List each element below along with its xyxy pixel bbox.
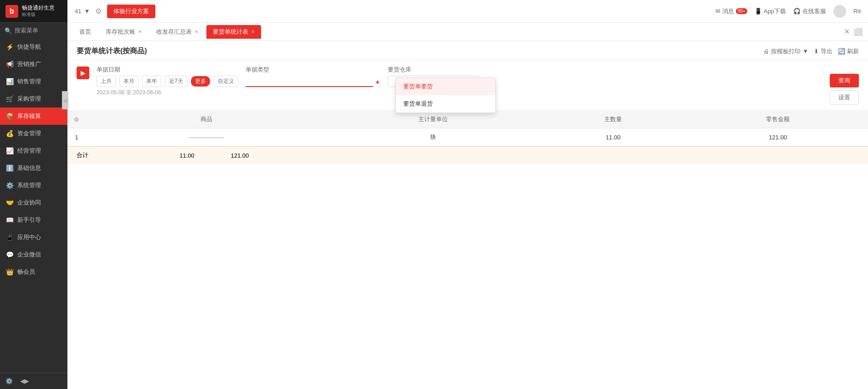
export-btn[interactable]: ⬇ 导出 (814, 47, 832, 56)
summary-amount: 121.00 (231, 152, 249, 159)
finance-icon: 💰 (5, 130, 14, 137)
tab-order-stats-close[interactable]: ✕ (251, 29, 255, 34)
tab-home-label: 首页 (79, 28, 91, 36)
user-avatar[interactable] (833, 5, 846, 18)
online-service-item[interactable]: 🎧 在线客服 (793, 7, 826, 15)
date-last-month-btn[interactable]: 上月 (97, 76, 116, 87)
app-download-label: App下载 (764, 7, 786, 15)
user-name: Rit (853, 8, 861, 15)
filter-settings-button[interactable]: 设置 (830, 90, 859, 105)
system-icon: ⚙️ (5, 182, 14, 189)
app-download-item[interactable]: 📱 App下载 (755, 7, 786, 15)
type-filter-input[interactable] (246, 76, 373, 87)
table-settings-col: ⚙ (67, 111, 86, 128)
row-product: —————— (86, 128, 328, 146)
expand-filter-btn[interactable]: ▶ (77, 67, 89, 79)
sidebar-item-guide[interactable]: 📖 新手引导 (0, 211, 67, 229)
logo-icon: b (5, 5, 18, 18)
tab-summary[interactable]: 收发存汇总表 ✕ (150, 25, 205, 39)
date-more-btn[interactable]: 更多 (191, 76, 210, 87)
table-settings-icon[interactable]: ⚙ (74, 116, 79, 123)
sidebar-item-wechat[interactable]: 💬 企业微信 (0, 246, 67, 263)
sidebar: b 畅捷通好生意 标准版 🔍 搜索菜单 ⚡ 快捷导航 📢 营销推广 📊 销售管理… (0, 0, 67, 389)
page-content: 要货单统计表(按商品) 🖨 按模板打印 ▼ ⬇ 导出 🔄 刷新 ▶ (67, 41, 868, 389)
sidebar-item-member[interactable]: 👑 畅会员 (0, 263, 67, 281)
date-7days-btn[interactable]: 近7天 (165, 76, 187, 87)
tab-inventory-batch[interactable]: 库存批次账 ✕ (99, 25, 148, 39)
tab-inventory-batch-close[interactable]: ✕ (138, 29, 142, 34)
app-version: 标准版 (22, 11, 55, 18)
sidebar-collapse-icon[interactable]: ◀▶ (20, 378, 29, 384)
dropdown-item-order[interactable]: 要货单要货 (396, 78, 495, 95)
tab-order-stats[interactable]: 要货单统计表 ✕ (206, 25, 261, 39)
sidebar-item-inventory[interactable]: 📦 库存核算 (0, 107, 67, 125)
phone-icon: 📱 (755, 8, 762, 15)
inventory-icon: 📦 (5, 113, 14, 120)
sidebar-item-marketing[interactable]: 📢 营销推广 (0, 56, 67, 73)
col-product: 商品 (86, 111, 328, 128)
date-this-month-btn[interactable]: 本月 (119, 76, 139, 87)
base-icon: ℹ️ (5, 164, 14, 172)
notification-item[interactable]: ✉ 消息 99+ (715, 7, 747, 15)
guide-icon: 📖 (5, 216, 14, 224)
notification-label: 消息 (722, 7, 734, 15)
page-title-bar: 要货单统计表(按商品) 🖨 按模板打印 ▼ ⬇ 导出 🔄 刷新 (67, 41, 868, 60)
sidebar-item-operations[interactable]: 📈 经营管理 (0, 142, 67, 159)
sidebar-item-purchase[interactable]: 🛒 采购管理 (0, 90, 67, 107)
row-amount: 121.00 (688, 128, 868, 146)
sidebar-item-finance[interactable]: 💰 资金管理 (0, 125, 67, 142)
date-filter-group: 单据日期 上月 本月 本年 近7天 更多 自定义 2023-05-06 至 20… (97, 66, 238, 97)
row-quantity: 11.00 (539, 128, 688, 146)
company-name: 畅捷通好生意 (22, 5, 55, 12)
dropdown-item-return[interactable]: 要货单退货 (396, 95, 495, 113)
data-table: ⚙ 商品 主计量单位 主数量 零售金额 1 —————— 块 (67, 111, 868, 146)
sidebar-settings-icon[interactable]: ⚙️ (5, 378, 13, 384)
type-filter-group: 单据类型 ▲ (246, 66, 380, 87)
date-this-year-btn[interactable]: 本年 (142, 76, 161, 87)
print-dropdown-icon: ▼ (802, 48, 808, 55)
online-service-label: 在线客服 (802, 7, 826, 15)
search-icon: 🔍 (5, 27, 12, 34)
store-name: 41 (75, 8, 81, 15)
sidebar-item-quicknav[interactable]: ⚡ 快捷导航 (0, 38, 67, 56)
enterprise-icon: 🤝 (5, 199, 14, 206)
maximize-icon[interactable]: ⬜ (853, 27, 863, 36)
operations-icon: 📈 (5, 147, 14, 154)
refresh-icon: 🔄 (838, 48, 845, 55)
refresh-btn[interactable]: 🔄 刷新 (838, 47, 859, 56)
sidebar-item-base[interactable]: ℹ️ 基础信息 (0, 159, 67, 177)
store-selector[interactable]: 41 ▼ (75, 8, 90, 15)
query-button[interactable]: 查询 (830, 74, 859, 87)
type-dropdown-menu: 要货单要货 要货单退货 (395, 77, 496, 113)
main-area: 41 ▼ ⚙ 体验行业方案 ✉ 消息 99+ 📱 App下载 🎧 在线客服 Ri… (67, 0, 868, 389)
tab-order-stats-label: 要货单统计表 (213, 28, 248, 36)
row-unit: 块 (328, 128, 539, 146)
type-dropdown-up-icon[interactable]: ▲ (375, 78, 380, 85)
summary-label: 合计 (77, 151, 88, 159)
sidebar-item-enterprise[interactable]: 🤝 企业协同 (0, 194, 67, 211)
tab-home[interactable]: 首页 (73, 25, 98, 39)
sidebar-item-sales[interactable]: 📊 销售管理 (0, 73, 67, 90)
quicknav-icon: ⚡ (5, 43, 14, 51)
header-settings-icon[interactable]: ⚙ (95, 7, 102, 15)
date-range-text: 2023-05-06 至 2023-06-06 (97, 89, 238, 97)
sidebar-item-system[interactable]: ⚙️ 系统管理 (0, 177, 67, 194)
close-all-icon[interactable]: ✕ (844, 27, 850, 36)
sales-icon: 📊 (5, 78, 14, 85)
wechat-icon: 💬 (5, 251, 14, 258)
date-custom-btn[interactable]: 自定义 (214, 76, 238, 87)
col-unit: 主计量单位 (328, 111, 539, 128)
message-icon: ✉ (715, 8, 720, 15)
warehouse-filter-label: 要货仓库 (388, 66, 488, 74)
trial-button[interactable]: 体验行业方案 (107, 5, 155, 18)
member-icon: 👑 (5, 268, 14, 276)
sidebar-item-apps[interactable]: 📱 应用中心 (0, 229, 67, 246)
sidebar-search[interactable]: 🔍 搜索菜单 (0, 23, 67, 38)
purchase-icon: 🛒 (5, 95, 14, 102)
col-quantity: 主数量 (539, 111, 688, 128)
sidebar-collapse-btn[interactable]: ◁ (62, 91, 68, 109)
print-icon: 🖨 (763, 48, 769, 55)
tab-summary-close[interactable]: ✕ (195, 29, 198, 34)
page-title: 要货单统计表(按商品) (77, 46, 147, 56)
print-btn[interactable]: 🖨 按模板打印 ▼ (763, 47, 808, 56)
